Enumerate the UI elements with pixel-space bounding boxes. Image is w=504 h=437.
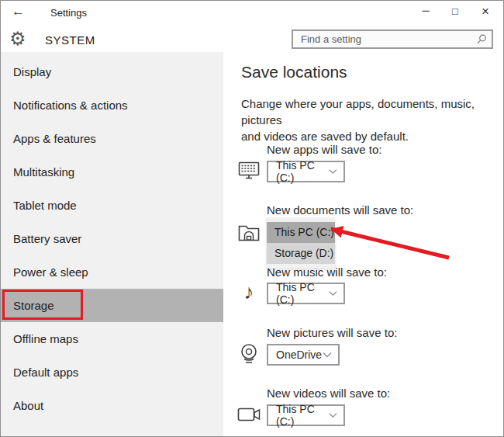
pictures-save-dropdown[interactable]: OneDrive — [267, 344, 340, 366]
documents-folder-icon — [236, 223, 261, 241]
dropdown-option-this-pc[interactable]: This PC (C:) — [267, 222, 335, 243]
search-icon — [476, 34, 487, 45]
chevron-down-icon — [329, 290, 337, 297]
videos-save-value: This PC (C:) — [276, 403, 329, 428]
save-locations-description: Change where your apps, documents, music… — [241, 95, 503, 144]
settings-window: ← Settings ─ □ × ⚙ SYSTEM Display Notifi… — [0, 0, 504, 437]
search-box[interactable] — [292, 29, 493, 49]
chevron-down-icon — [323, 352, 332, 358]
sidebar: Display Notifications & actions Apps & f… — [1, 52, 223, 437]
documents-save-dropdown-open: This PC (C:) Storage (D:) — [267, 218, 335, 269]
sidebar-item-storage-label: Storage — [13, 299, 54, 312]
minimize-button[interactable]: ─ — [415, 4, 437, 19]
sidebar-item-apps-features[interactable]: Apps & features — [1, 122, 223, 155]
close-button[interactable]: × — [475, 4, 496, 19]
sidebar-item-storage[interactable]: Storage — [1, 289, 223, 322]
music-note-icon: ♪ — [236, 282, 261, 302]
sidebar-item-tablet-mode[interactable]: Tablet mode — [1, 189, 223, 222]
sidebar-item-multitasking[interactable]: Multitasking — [1, 155, 223, 189]
apps-monitor-icon — [236, 161, 261, 179]
documents-save-label: New documents will save to: — [267, 203, 413, 217]
apps-save-value: This PC (C:) — [276, 159, 329, 184]
search-input[interactable] — [299, 33, 476, 46]
maximize-button[interactable]: □ — [444, 4, 466, 19]
pictures-save-value: OneDrive — [276, 349, 322, 361]
pictures-save-label: New pictures will save to: — [267, 326, 397, 339]
gear-icon: ⚙ — [9, 28, 26, 50]
window-title: Settings — [50, 7, 87, 19]
sidebar-item-default-apps[interactable]: Default apps — [1, 355, 223, 389]
apps-save-dropdown[interactable]: This PC (C:) — [267, 161, 345, 182]
videos-save-label: New videos will save to: — [267, 387, 390, 400]
sidebar-item-display[interactable]: Display — [1, 55, 223, 88]
sidebar-item-battery-saver[interactable]: Battery saver — [1, 222, 223, 255]
sidebar-item-offline-maps[interactable]: Offline maps — [1, 322, 223, 355]
music-save-value: This PC (C:) — [276, 281, 329, 306]
sidebar-item-about[interactable]: About — [1, 389, 223, 422]
music-save-dropdown[interactable]: This PC (C:) — [267, 283, 345, 304]
page-title: SYSTEM — [45, 33, 95, 47]
sidebar-item-notifications[interactable]: Notifications & actions — [1, 88, 223, 122]
back-button[interactable]: ← — [12, 4, 25, 19]
pictures-webcam-icon — [236, 343, 261, 364]
red-arrow-annotation — [320, 220, 460, 267]
save-locations-title: Save locations — [241, 63, 347, 82]
dropdown-option-storage-d[interactable]: Storage (D:) — [267, 243, 335, 264]
videos-camera-icon — [236, 408, 261, 421]
videos-save-dropdown[interactable]: This PC (C:) — [267, 404, 345, 426]
chevron-down-icon — [329, 412, 337, 418]
sidebar-item-power-sleep[interactable]: Power & sleep — [1, 255, 223, 289]
chevron-down-icon — [329, 168, 337, 175]
apps-save-label: New apps will save to: — [267, 143, 381, 156]
